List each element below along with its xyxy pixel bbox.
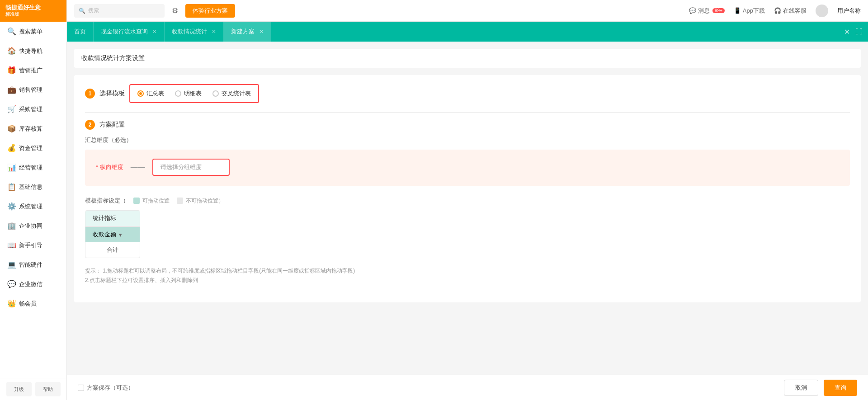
draggable-box [133,198,140,204]
tip2: 2.点击标题栏下拉可设置排序、插入列和删除列 [85,277,850,284]
sidebar-bottom: 升级 帮助 [0,378,66,400]
radio-summary[interactable]: 汇总表 [137,89,164,98]
wechat-icon: 💬 [7,280,15,288]
sidebar-item-finance[interactable]: 💰 资金管理 [0,138,66,158]
app-download-item[interactable]: 📱 App下载 [734,7,765,15]
radio-summary-label: 汇总表 [146,89,164,98]
trial-button[interactable]: 体验行业方案 [185,4,235,18]
divider1 [85,112,850,113]
sidebar-item-enterprise[interactable]: 🏢 企业协同 [0,216,66,235]
page-title: 收款情况统计方案设置 [74,49,861,68]
sidebar-item-basic[interactable]: 📋 基础信息 [0,177,66,197]
basic-icon: 📋 [7,183,15,191]
metrics-col1: 收款金额 ▾ 合计 [85,227,140,258]
app-logo: 畅捷通好生意 标准版 [0,0,66,22]
radio-detail[interactable]: 明细表 [175,89,202,98]
operation-icon: 📊 [7,163,15,172]
step1-badge: 1 [85,89,95,99]
save-option[interactable]: 方案保存（可选） [78,384,134,392]
tip1: 提示： 1.拖动标题栏可以调整布局，不可跨维度或指标区域拖动栏目字段(只能在同一… [85,267,850,275]
radio-detail-circle [175,90,181,97]
sidebar-item-sales[interactable]: 💼 销售管理 [0,80,66,99]
tab-expand-icon[interactable]: ⛶ [855,28,863,36]
sidebar-item-label: 搜索菜单 [19,28,42,36]
sidebar-item-purchase[interactable]: 🛒 采购管理 [0,99,66,119]
sidebar-item-label: 快捷导航 [19,47,42,55]
app-name: 畅捷通好生意 [5,4,41,11]
sidebar-item-search-menu[interactable]: 🔍 搜索菜单 [0,22,66,41]
tab-collect-stat-close[interactable]: ✕ [212,28,216,35]
query-button[interactable]: 查询 [824,380,857,396]
topbar-search[interactable]: 🔍 搜索 [74,4,165,18]
tab-collect-stat-label: 收款情况统计 [172,28,207,36]
tab-home-label: 首页 [74,28,86,36]
step1-section: 1 选择模板 汇总表 明细表 交叉统计表 [85,84,850,103]
col1-header[interactable]: 收款金额 ▾ [85,227,140,242]
metrics-table-header: 统计指标 [85,211,140,226]
hint-draggable: 可拖动位置 [133,197,170,205]
tab-collect-stat[interactable]: 收款情况统计 ✕ [165,22,224,42]
sidebar-item-quick-nav[interactable]: 🏠 快捷导航 [0,41,66,61]
sidebar-item-label: 畅会员 [19,300,37,308]
sidebar-item-wechat[interactable]: 💬 企业微信 [0,274,66,294]
step1-header: 1 选择模板 汇总表 明细表 交叉统计表 [85,84,850,103]
settings-icon[interactable]: ⚙ [172,6,178,15]
notifications-label: 消息 [698,7,710,15]
step2-badge: 2 [85,120,95,130]
support-icon: 🎧 [774,7,781,14]
home-icon: 🏠 [7,47,15,55]
guide-icon: 📖 [7,241,15,249]
sidebar-item-system[interactable]: ⚙️ 系统管理 [0,197,66,216]
radio-cross-circle [212,90,219,97]
sidebar-item-label: 采购管理 [19,105,42,113]
download-label: App下载 [743,7,765,15]
sidebar-item-label: 智能硬件 [19,261,42,269]
sidebar-item-marketing[interactable]: 🎁 营销推广 [0,61,66,80]
gift-icon: 🎁 [7,66,15,75]
metrics-table-header-label: 统计指标 [93,214,116,222]
sidebar-item-operation[interactable]: 📊 经营管理 [0,158,66,177]
sidebar-item-label: 销售管理 [19,86,42,94]
content-area: 收款情况统计方案设置 1 选择模板 汇总表 明细表 [67,42,868,375]
metrics-label: 模板指标设定（ [85,197,126,205]
tab-home[interactable]: 首页 [67,22,94,42]
purchase-icon: 🛒 [7,105,15,113]
notifications-item[interactable]: 💬 消息 99+ [689,7,725,15]
dimension-selector[interactable]: 请选择分组维度 [152,159,230,176]
step2-section: 2 方案配置 汇总维度（必选） * 纵向维度 —— 请选择分组维度 [85,120,850,284]
radio-cross[interactable]: 交叉统计表 [212,89,251,98]
sidebar-item-label: 营销推广 [19,66,42,75]
tab-new-plan-close[interactable]: ✕ [259,28,264,35]
template-select-row: 汇总表 明细表 交叉统计表 [129,84,259,103]
system-icon: ⚙️ [7,202,15,211]
cancel-button[interactable]: 取消 [784,380,818,396]
sidebar-item-hardware[interactable]: 💻 智能硬件 [0,255,66,274]
search-menu-icon: 🔍 [7,27,15,36]
sidebar-item-inventory[interactable]: 📦 库存核算 [0,119,66,138]
col1-dropdown-icon: ▾ [119,231,122,238]
tab-bank-flow-close[interactable]: ✕ [152,28,157,35]
save-checkbox[interactable] [78,385,84,391]
avatar[interactable] [816,5,828,17]
sidebar-item-label: 系统管理 [19,202,42,211]
help-button[interactable]: 帮助 [35,382,61,396]
tab-bank-flow[interactable]: 现金银行流水查询 ✕ [94,22,165,42]
upgrade-button[interactable]: 升级 [6,382,32,396]
topbar-right: 💬 消息 99+ 📱 App下载 🎧 在线客服 用户名称 [689,5,861,17]
notifications-badge: 99+ [712,8,725,13]
finance-icon: 💰 [7,144,15,152]
sidebar-item-guide[interactable]: 📖 新手引导 [0,235,66,255]
col1-total: 合计 [85,242,140,258]
sidebar-item-member[interactable]: 👑 畅会员 [0,294,66,313]
username: 用户名称 [837,7,861,15]
dimension-config: 汇总维度（必选） * 纵向维度 —— 请选择分组维度 [85,136,850,186]
metrics-table-body: 收款金额 ▾ 合计 [85,226,140,258]
tips-section: 提示： 1.拖动标题栏可以调整布局，不可跨维度或指标区域拖动栏目字段(只能在同一… [85,267,850,284]
radio-cross-label: 交叉统计表 [222,89,251,98]
support-item[interactable]: 🎧 在线客服 [774,7,807,15]
tab-new-plan-label: 新建方案 [231,28,255,36]
tab-close-all-icon[interactable]: ✕ [844,28,850,36]
tabbar-controls: ✕ ⛶ [839,22,868,42]
member-icon: 👑 [7,299,15,308]
tab-new-plan[interactable]: 新建方案 ✕ [224,22,271,42]
